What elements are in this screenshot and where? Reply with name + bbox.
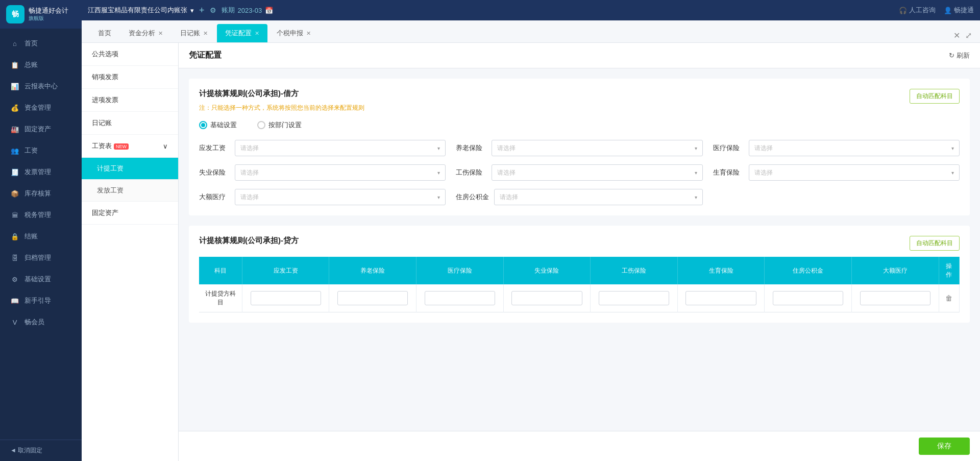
select-unemployment[interactable]: 请选择 ▾ [235, 164, 446, 181]
cell-apply-salary[interactable] [242, 284, 329, 312]
tab-label: 凭证配置 [225, 29, 252, 38]
tab-close-icon[interactable]: ✕ [255, 30, 259, 37]
select-pension[interactable]: 请选择 ▾ [492, 140, 702, 156]
input-large-medical[interactable] [860, 291, 930, 305]
input-pension[interactable] [337, 291, 408, 305]
user-menu[interactable]: 👤 畅捷通 [944, 6, 974, 15]
input-work-injury[interactable] [599, 291, 669, 305]
add-tab-button[interactable]: + [199, 5, 205, 16]
left-menu-calc-salary[interactable]: 计提工资 [82, 158, 178, 180]
cell-medical[interactable] [416, 284, 504, 312]
cell-housing[interactable] [765, 284, 852, 312]
company-selector[interactable]: 江西服宝精品有限责任公司内账张 ▾ [88, 6, 194, 15]
sidebar-logo: 畅 畅捷通好会计 旗舰版 [0, 0, 82, 29]
sidebar-item-settings[interactable]: ⚙ 基础设置 [0, 269, 82, 290]
save-button[interactable]: 保存 [919, 438, 970, 455]
left-menu-fixed-assets[interactable]: 固定资产 [82, 202, 178, 225]
label-apply-salary: 应发工资 [199, 143, 230, 153]
sidebar-item-archive[interactable]: 🗄 归档管理 [0, 247, 82, 269]
cell-work-injury[interactable] [591, 284, 678, 312]
tab-tax-report[interactable]: 个税申报✕ [268, 24, 319, 42]
radio-dept-circle [257, 121, 265, 129]
radio-basic[interactable]: 基础设置 [199, 120, 237, 130]
tab-home[interactable]: 首页 [90, 24, 119, 42]
sidebar-item-assets[interactable]: 🏭 固定资产 [0, 118, 82, 140]
select-large-medical[interactable]: 请选择 ▾ [235, 189, 446, 205]
sidebar-item-guide[interactable]: 📖 新手引导 [0, 290, 82, 311]
credit-section-title: 计提核算规则(公司承担)-贷方 [199, 236, 299, 246]
select-maternity[interactable]: 请选择 ▾ [749, 164, 960, 181]
tab-close-icon[interactable]: ✕ [158, 30, 163, 37]
select-arrow-icon: ▾ [437, 195, 440, 200]
tab-journal[interactable]: 日记账✕ [172, 24, 216, 42]
label-pension: 养老保险 [456, 143, 486, 153]
left-menu-journal[interactable]: 日记账 [82, 112, 178, 135]
tab-funds[interactable]: 资金分析✕ [120, 24, 171, 42]
sidebar-item-label: 结账 [24, 232, 38, 241]
input-unemployment[interactable] [511, 291, 582, 305]
settings-icon[interactable]: ⚙ [210, 6, 216, 14]
tab-voucher-config[interactable]: 凭证配置✕ [217, 24, 267, 42]
left-menu-pay-salary[interactable]: 发放工资 [82, 180, 178, 202]
cell-maternity[interactable] [677, 284, 765, 312]
page-header: 凭证配置 ↻ 刷新 [179, 43, 980, 68]
sidebar-item-label: 资金管理 [24, 103, 51, 112]
chevron-icon: ∨ [163, 142, 168, 150]
sidebar-item-tax[interactable]: 🏛 税务管理 [0, 204, 82, 226]
sidebar-item-label: 首页 [24, 39, 38, 48]
tab-close-icon[interactable]: ✕ [306, 30, 311, 37]
field-apply-salary: 应发工资 请选择 ▾ [199, 140, 446, 156]
select-medical[interactable]: 请选择 ▾ [749, 140, 960, 156]
col-action: 操作 [939, 257, 959, 284]
select-apply-salary[interactable]: 请选择 ▾ [235, 140, 446, 156]
delete-row-button[interactable]: 🗑 [945, 294, 952, 302]
sidebar-item-salary[interactable]: 👥 工资 [0, 140, 82, 161]
credit-table: 科目 应发工资 养老保险 医疗保险 失业保险 工伤保险 生育保险 住房公积金 大… [199, 257, 960, 312]
cell-large-medical[interactable] [851, 284, 939, 312]
sidebar-cancel-fixed[interactable]: ◄ 取消固定 [0, 440, 82, 461]
radio-basic-circle [199, 121, 207, 129]
select-work-injury[interactable]: 请选择 ▾ [492, 164, 702, 181]
input-housing[interactable] [773, 291, 843, 305]
sidebar-item-ledger[interactable]: 📋 总账 [0, 54, 82, 76]
radio-dept[interactable]: 按部门设置 [257, 120, 302, 130]
col-large-medical: 大额医疗 [851, 257, 939, 284]
credit-auto-match-button[interactable]: 自动匹配科目 [910, 236, 960, 251]
radio-group: 基础设置 按部门设置 [199, 120, 960, 130]
left-menu-sales[interactable]: 销项发票 [82, 66, 178, 89]
refresh-button[interactable]: ↻ 刷新 [949, 51, 970, 60]
left-menu-purchase[interactable]: 进项发票 [82, 89, 178, 112]
sidebar-item-closing[interactable]: 🔒 结账 [0, 226, 82, 247]
col-apply-salary: 应发工资 [242, 257, 329, 284]
tax-icon: 🏛 [10, 210, 19, 220]
left-menu-common[interactable]: 公共选项 [82, 43, 178, 66]
tab-close-icon[interactable]: ✕ [203, 30, 208, 37]
tab-label: 首页 [98, 29, 111, 38]
sidebar-item-member[interactable]: V 畅会员 [0, 311, 82, 333]
label-maternity: 生育保险 [713, 168, 744, 177]
left-menu-salary-table[interactable]: 工资表NEW ∨ [82, 135, 178, 158]
debit-section-title: 计提核算规则(公司承担)-借方 [199, 89, 364, 99]
select-housing[interactable]: 请选择 ▾ [494, 189, 702, 205]
sidebar-item-inventory[interactable]: 📦 库存核算 [0, 183, 82, 204]
table-header-row: 科目 应发工资 养老保险 医疗保险 失业保险 工伤保险 生育保险 住房公积金 大… [199, 257, 960, 284]
input-apply-salary[interactable] [251, 291, 321, 305]
sidebar-item-reports[interactable]: 📊 云报表中心 [0, 76, 82, 97]
input-maternity[interactable] [685, 291, 756, 305]
tab-label: 日记账 [180, 29, 200, 38]
cell-pension[interactable] [329, 284, 416, 312]
service-button[interactable]: 🎧 人工咨询 [899, 6, 936, 15]
col-pension: 养老保险 [329, 257, 416, 284]
closing-icon: 🔒 [10, 232, 19, 241]
invoice-icon: 🧾 [10, 167, 19, 177]
cell-unemployment[interactable] [503, 284, 591, 312]
sidebar-item-funds[interactable]: 💰 资金管理 [0, 97, 82, 118]
debit-auto-match-button[interactable]: 自动匹配科目 [910, 89, 960, 104]
input-medical[interactable] [425, 291, 495, 305]
sidebar-item-label: 工资 [24, 146, 38, 155]
maximize-icon[interactable]: ⤢ [965, 31, 972, 40]
close-window-icon[interactable]: ✕ [953, 31, 960, 40]
sidebar-item-invoice[interactable]: 🧾 发票管理 [0, 161, 82, 183]
period-selector[interactable]: 账期 2023-03 📅 [222, 6, 274, 15]
sidebar-item-home[interactable]: ⌂ 首页 [0, 33, 82, 54]
